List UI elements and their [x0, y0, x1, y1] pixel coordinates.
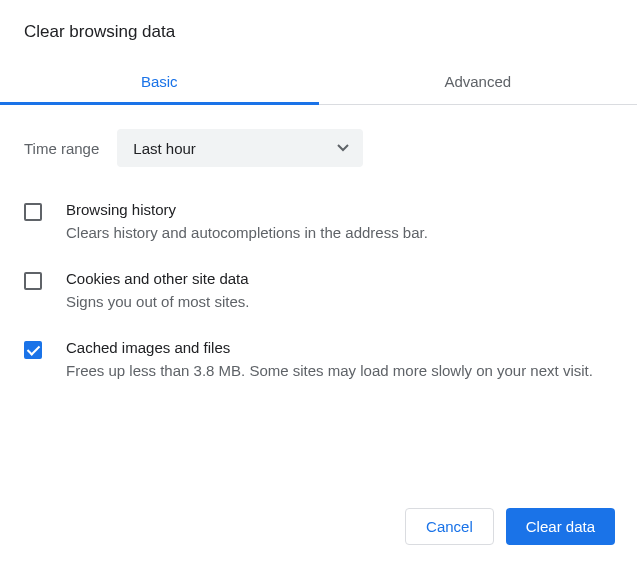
clear-browsing-data-dialog: Clear browsing data Basic Advanced Time … — [0, 0, 637, 391]
option-cache: Cached images and files Frees up less th… — [24, 323, 613, 392]
checkbox-cache[interactable] — [24, 341, 42, 359]
option-browsing-history: Browsing history Clears history and auto… — [24, 185, 613, 254]
option-desc: Signs you out of most sites. — [66, 291, 613, 313]
cancel-button-label: Cancel — [426, 518, 473, 535]
time-range-row: Time range Last hour — [0, 105, 637, 173]
clear-data-button-label: Clear data — [526, 518, 595, 535]
time-range-select[interactable]: Last hour — [117, 129, 363, 167]
tabs: Basic Advanced — [0, 60, 637, 105]
tab-advanced-label: Advanced — [444, 73, 511, 90]
option-title: Cookies and other site data — [66, 270, 613, 287]
clear-data-button[interactable]: Clear data — [506, 508, 615, 545]
dialog-footer: Cancel Clear data — [405, 508, 615, 545]
option-cookies: Cookies and other site data Signs you ou… — [24, 254, 613, 323]
option-desc: Frees up less than 3.8 MB. Some sites ma… — [66, 360, 613, 382]
caret-down-icon — [337, 144, 349, 152]
option-title: Cached images and files — [66, 339, 613, 356]
option-title: Browsing history — [66, 201, 613, 218]
time-range-value: Last hour — [133, 140, 196, 157]
options-list: Browsing history Clears history and auto… — [0, 173, 637, 391]
checkbox-cookies[interactable] — [24, 272, 42, 290]
tab-basic[interactable]: Basic — [0, 60, 319, 104]
dialog-title: Clear browsing data — [0, 0, 637, 60]
cancel-button[interactable]: Cancel — [405, 508, 494, 545]
option-desc: Clears history and autocompletions in th… — [66, 222, 613, 244]
checkbox-browsing-history[interactable] — [24, 203, 42, 221]
tab-advanced[interactable]: Advanced — [319, 60, 638, 104]
tab-basic-label: Basic — [141, 73, 178, 90]
time-range-label: Time range — [24, 140, 99, 157]
